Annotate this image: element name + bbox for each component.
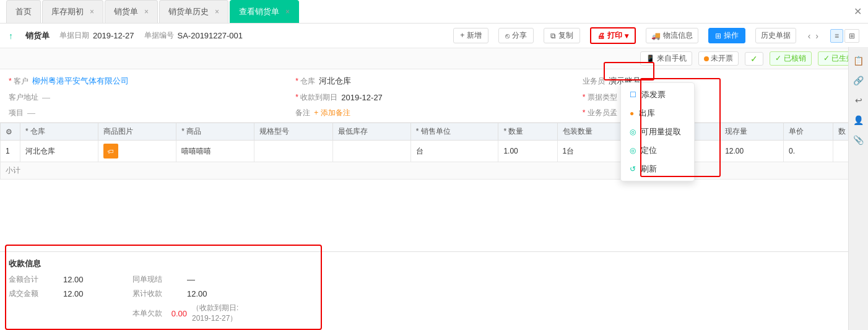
global-close-icon[interactable]: ✕: [854, 6, 862, 17]
table-header-row: ⚙ * 仓库 商品图片 * 商品 规格型号 最低库存 * 销售单位 * 数量 包…: [1, 123, 868, 141]
tab-close-sales-history[interactable]: ×: [215, 7, 219, 16]
warehouse-field: 仓库 河北仓库: [295, 76, 572, 87]
menu-item-add-invoice[interactable]: ☐ 添发票: [621, 85, 694, 104]
row-product: 嘻嘻嘻嘻: [176, 141, 254, 162]
payment-info-section: 收款信息 金额合计 12.00 同单现结 — 成交金额 12.00 累计收款 1…: [0, 251, 868, 330]
doc-date-value: 2019-12-27: [93, 31, 134, 40]
available-extract-icon: ◎: [630, 128, 636, 136]
doc-number-value: SA-20191227-001: [178, 31, 243, 40]
tab-home[interactable]: 首页: [6, 0, 41, 23]
table-header-price: 单价: [784, 123, 833, 141]
form-area: 客户 柳州粤港平安气体有限公司 仓库 河北仓库 业务员 演示账号 客户地址 — …: [0, 69, 868, 123]
locate-icon: ◎: [630, 146, 636, 155]
menu-item-available-extract[interactable]: ◎ 可用量提取: [621, 123, 694, 141]
sidebar-icon-link[interactable]: 🔗: [850, 72, 867, 89]
customer-label: 客户: [9, 76, 28, 87]
not-open-dot: [704, 56, 709, 61]
phone-icon: 📱: [646, 54, 655, 63]
warehouse-value: 河北仓库: [319, 76, 351, 87]
check-effect-icon: ✓: [823, 54, 830, 63]
share-button[interactable]: ⎋ 分享: [498, 28, 534, 43]
table-header-stock: 现存量: [720, 123, 784, 141]
table-header-gear[interactable]: ⚙: [1, 123, 20, 141]
sidebar-icon-user[interactable]: 👤: [850, 111, 867, 129]
debt-row: 本单欠款 0.00 （收款到期日: 2019-12-27）: [132, 303, 256, 324]
row-stock: 12.00: [720, 141, 784, 162]
from-phone-button[interactable]: 📱 来自手机: [640, 51, 692, 66]
ops-button[interactable]: ⊞ 操作: [708, 28, 745, 43]
payment-info-grid: 金额合计 12.00 同单现结 — 成交金额 12.00 累计收款 12.00: [9, 274, 859, 324]
table-row: 1 河北仓库 🏷 嘻嘻嘻嘻 台 1.00 1台 12.00 0.: [1, 141, 868, 162]
tab-view-order[interactable]: 查看销货单 ×: [230, 0, 299, 23]
tab-stock-init[interactable]: 库存期初 ×: [42, 0, 103, 23]
list-view-button[interactable]: ≡: [830, 29, 843, 43]
nav-arrows: ‹ ›: [806, 31, 820, 41]
tab-close-stock-init[interactable]: ×: [90, 7, 94, 16]
project-label: 项目: [9, 108, 24, 118]
doc-date-label: 单据日期: [59, 30, 89, 41]
tab-close-sales-order[interactable]: ×: [144, 7, 149, 16]
payment-date-value: 2019-12-27: [341, 93, 383, 102]
logistics-icon: 🚚: [651, 32, 661, 40]
doc-type-label: 销货单: [25, 30, 50, 41]
payment-date-field: 收款到期日 2019-12-27: [295, 92, 572, 103]
salesperson-label: 业务员: [583, 76, 605, 87]
row-spec: [254, 141, 332, 162]
row-index: 1: [1, 141, 20, 162]
product-thumbnail: 🏷: [103, 144, 118, 158]
table-header-sales-unit: * 销售单位: [410, 123, 498, 141]
row-price: 0.: [784, 141, 833, 162]
grid-view-button[interactable]: ⊞: [844, 29, 859, 43]
main-container: ↑ 销货单 单据日期 2019-12-27 单据编号 SA-20191227-0…: [0, 24, 868, 330]
sidebar-icon-return[interactable]: ↩: [850, 92, 867, 109]
address-value: —: [42, 93, 50, 102]
new-button[interactable]: + 新增: [453, 28, 488, 43]
history-button[interactable]: 历史单据: [755, 28, 796, 43]
tab-bar: 首页 库存期初 × 销货单 × 销货单历史 × 查看销货单 × ✕: [0, 0, 868, 24]
add-note-button[interactable]: + 添加备注: [314, 108, 350, 118]
check-sold-icon: ✓: [775, 54, 781, 63]
warehouse-label: 仓库: [295, 76, 315, 87]
debt-label: 本单欠款: [132, 308, 167, 319]
tab-close-view-order[interactable]: ×: [285, 7, 290, 16]
sidebar-icon-attach[interactable]: 📎: [850, 131, 867, 149]
check-button[interactable]: ✓: [745, 52, 763, 66]
table-header-min-stock: 最低库存: [332, 123, 410, 141]
row-product-img: 🏷: [98, 141, 176, 162]
not-open-button[interactable]: 未开票: [698, 51, 739, 66]
customer-value[interactable]: 柳州粤港平安气体有限公司: [32, 76, 129, 87]
sidebar-icon-doc[interactable]: 📋: [850, 52, 867, 69]
logistics-button[interactable]: 🚚 物流信息: [646, 28, 698, 43]
menu-item-outbound[interactable]: ● 出库: [621, 104, 694, 123]
right-sidebar: 📋 🔗 ↩ 👤 📎 ⛶: [848, 47, 868, 330]
print-dropdown-arrow[interactable]: ▾: [625, 32, 628, 40]
copy-button[interactable]: ⧉ 复制: [544, 28, 580, 43]
doc-number-group: 单据编号 SA-20191227-001: [144, 30, 243, 41]
note-label: 备注: [295, 108, 310, 118]
row-quantity: 1.00: [498, 141, 557, 162]
deal-amount-label: 成交金额: [9, 289, 58, 299]
menu-item-refresh[interactable]: ↺ 刷新: [621, 160, 694, 178]
menu-item-locate[interactable]: ◎ 定位: [621, 141, 694, 160]
nav-next-icon[interactable]: ›: [814, 31, 820, 41]
doc-number-label: 单据编号: [144, 30, 174, 41]
tab-sales-history[interactable]: 销货单历史 ×: [159, 0, 228, 23]
subtotal-row: 小计: [1, 162, 868, 180]
items-table: ⚙ * 仓库 商品图片 * 商品 规格型号 最低库存 * 销售单位 * 数量 包…: [0, 123, 868, 180]
salesman-label: 业务员孟: [583, 108, 617, 118]
project-value: —: [27, 108, 35, 118]
print-icon: 🖨: [597, 32, 605, 40]
print-button[interactable]: 🖨 打印 ▾: [590, 27, 636, 44]
same-order-label: 同单现结: [132, 274, 182, 285]
doc-date-group: 单据日期 2019-12-27: [59, 30, 134, 41]
same-order-row: 同单现结 —: [132, 274, 256, 285]
address-label: 客户地址: [9, 92, 38, 103]
tab-sales-order[interactable]: 销货单 ×: [105, 0, 158, 23]
outbound-icon: ●: [630, 109, 634, 118]
share-icon: ⎋: [505, 32, 510, 40]
nav-prev-icon[interactable]: ‹: [806, 31, 813, 41]
table-header-warehouse: * 仓库: [20, 123, 98, 141]
ops-dropdown-menu: ☐ 添发票 ● 出库 ◎ 可用量提取 ◎ 定位 ↺ 刷新: [620, 82, 695, 181]
view-toggle: ≡ ⊞: [830, 29, 859, 43]
doc-header: ↑ 销货单 单据日期 2019-12-27 单据编号 SA-20191227-0…: [0, 24, 868, 48]
